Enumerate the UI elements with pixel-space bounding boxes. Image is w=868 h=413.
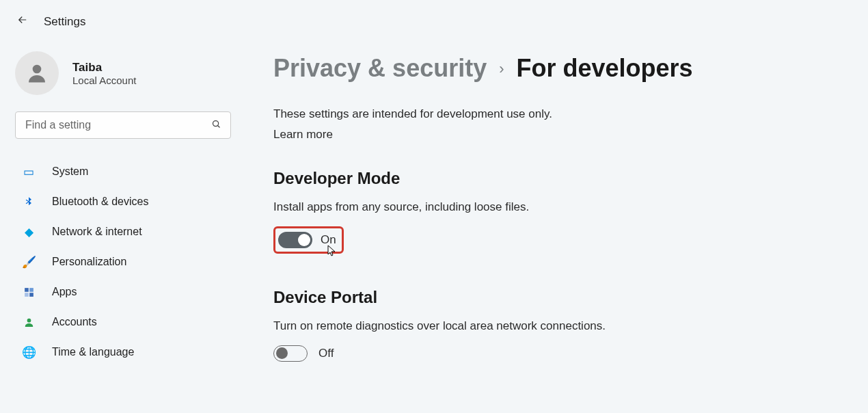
chevron-right-icon: ›: [499, 60, 504, 78]
svg-rect-2: [25, 288, 29, 292]
avatar: [15, 51, 59, 95]
main-content: Privacy & security › For developers Thes…: [246, 38, 868, 389]
sidebar-item-label: Network & internet: [52, 226, 142, 238]
sidebar-item-personalization[interactable]: 🖌️ Personalization: [11, 247, 235, 277]
sidebar-item-label: Apps: [52, 286, 77, 298]
sidebar-item-network[interactable]: ◆ Network & internet: [11, 217, 235, 247]
bluetooth-icon: [22, 196, 36, 207]
device-portal-toggle-row: Off: [273, 345, 334, 362]
breadcrumb-parent[interactable]: Privacy & security: [273, 54, 487, 83]
sidebar-item-accounts[interactable]: Accounts: [11, 307, 235, 337]
network-icon: ◆: [22, 225, 36, 239]
svg-point-1: [213, 121, 219, 126]
system-icon: ▭: [22, 165, 36, 179]
sidebar-item-system[interactable]: ▭ System: [11, 157, 235, 187]
developer-mode-title: Developer Mode: [273, 169, 841, 188]
learn-more-link[interactable]: Learn more: [273, 128, 333, 142]
intro-text: These settings are intended for developm…: [273, 107, 841, 121]
svg-rect-5: [29, 293, 33, 297]
sidebar-item-apps[interactable]: Apps: [11, 277, 235, 307]
developer-mode-toggle-label: On: [321, 233, 336, 247]
device-portal-toggle[interactable]: [273, 345, 308, 362]
apps-icon: [22, 287, 36, 298]
time-language-icon: 🌐: [22, 345, 36, 360]
search-icon: [211, 119, 221, 131]
search-container: [15, 111, 231, 139]
sidebar-item-label: System: [52, 165, 88, 178]
device-portal-toggle-label: Off: [318, 347, 334, 360]
toggle-knob: [298, 234, 310, 246]
cursor-icon: [327, 245, 337, 259]
app-title: Settings: [44, 15, 85, 29]
toggle-knob: [276, 347, 288, 359]
breadcrumb: Privacy & security › For developers: [273, 54, 841, 83]
search-input[interactable]: [15, 111, 231, 139]
profile-text: Taiba Local Account: [72, 61, 136, 86]
sidebar-item-label: Personalization: [52, 256, 126, 268]
device-portal-desc: Turn on remote diagnostics over local ar…: [273, 319, 841, 333]
svg-point-0: [33, 65, 42, 74]
sidebar-item-time-language[interactable]: 🌐 Time & language: [11, 337, 235, 367]
highlight-annotation: On: [273, 226, 344, 254]
svg-rect-4: [25, 293, 29, 297]
breadcrumb-current: For developers: [517, 54, 693, 83]
sidebar-item-label: Accounts: [52, 316, 97, 328]
developer-mode-toggle[interactable]: [278, 232, 312, 248]
device-portal-title: Device Portal: [273, 288, 841, 307]
profile-block[interactable]: Taiba Local Account: [11, 44, 235, 111]
sidebar-item-label: Time & language: [52, 346, 134, 358]
personalization-icon: 🖌️: [22, 255, 36, 269]
sidebar-item-label: Bluetooth & devices: [52, 196, 148, 208]
window-header: Settings: [0, 0, 868, 38]
profile-account-type: Local Account: [72, 75, 136, 86]
sidebar: Taiba Local Account ▭ System Bluetooth &…: [0, 38, 246, 389]
profile-name: Taiba: [72, 61, 136, 75]
svg-point-6: [27, 318, 31, 322]
svg-rect-3: [29, 288, 33, 292]
accounts-icon: [22, 317, 36, 328]
sidebar-item-bluetooth[interactable]: Bluetooth & devices: [11, 187, 235, 217]
developer-mode-desc: Install apps from any source, including …: [273, 200, 841, 214]
back-arrow-icon[interactable]: [16, 14, 29, 29]
nav-list: ▭ System Bluetooth & devices ◆ Network &…: [11, 157, 235, 367]
